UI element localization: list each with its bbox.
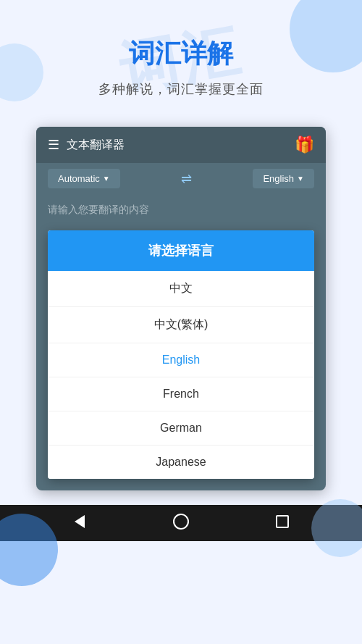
target-lang-arrow: ▼: [297, 175, 304, 183]
dialog-header: 请选择语言: [48, 230, 314, 271]
bg-circle-bottom-right: [311, 499, 362, 557]
home-icon: [173, 514, 189, 530]
nav-recent-button[interactable]: [272, 515, 293, 532]
text-input-area[interactable]: 请输入您要翻译的内容: [36, 194, 326, 230]
dialog-list-item[interactable]: English: [48, 343, 314, 377]
dialog-list-item[interactable]: 中文(繁体): [48, 307, 314, 343]
dialog-list: 中文中文(繁体)EnglishFrenchGermanJapanese: [48, 271, 314, 479]
main-title: 词汇详解: [22, 36, 340, 72]
app-container: ☰ 文本翻译器 🎁 Automatic ▼ ⇌ English ▼ 请输入您要翻…: [36, 127, 326, 490]
app-header: ☰ 文本翻译器 🎁: [36, 127, 326, 163]
nav-back-button[interactable]: [69, 515, 90, 532]
gift-icon[interactable]: 🎁: [295, 135, 314, 154]
dialog-list-item[interactable]: French: [48, 377, 314, 411]
recent-icon: [276, 515, 289, 528]
input-placeholder: 请输入您要翻译的内容: [48, 204, 149, 215]
language-dialog: 请选择语言 中文中文(繁体)EnglishFrenchGermanJapanes…: [48, 230, 314, 479]
target-lang-button[interactable]: English ▼: [253, 169, 314, 188]
top-section: 词汇详解 多种解说，词汇掌握更全面: [0, 0, 362, 112]
source-lang-label: Automatic: [58, 173, 100, 184]
source-lang-button[interactable]: Automatic ▼: [48, 169, 120, 188]
nav-home-button[interactable]: [170, 514, 192, 533]
dialog-list-item[interactable]: Japanese: [48, 446, 314, 479]
swap-languages-icon[interactable]: ⇌: [181, 171, 192, 187]
sub-title: 多种解说，词汇掌握更全面: [22, 80, 340, 98]
hamburger-icon[interactable]: ☰: [48, 137, 59, 153]
dialog-title: 请选择语言: [148, 243, 214, 258]
source-lang-arrow: ▼: [103, 175, 110, 183]
dialog-list-item[interactable]: German: [48, 411, 314, 446]
target-lang-label: English: [263, 173, 294, 184]
dialog-list-item[interactable]: 中文: [48, 271, 314, 307]
language-dialog-overlay: 请选择语言 中文中文(繁体)EnglishFrenchGermanJapanes…: [36, 230, 326, 479]
back-icon: [75, 515, 85, 531]
app-header-left: ☰ 文本翻译器: [48, 137, 125, 153]
lang-bar: Automatic ▼ ⇌ English ▼: [36, 163, 326, 194]
app-title: 文本翻译器: [67, 138, 125, 153]
